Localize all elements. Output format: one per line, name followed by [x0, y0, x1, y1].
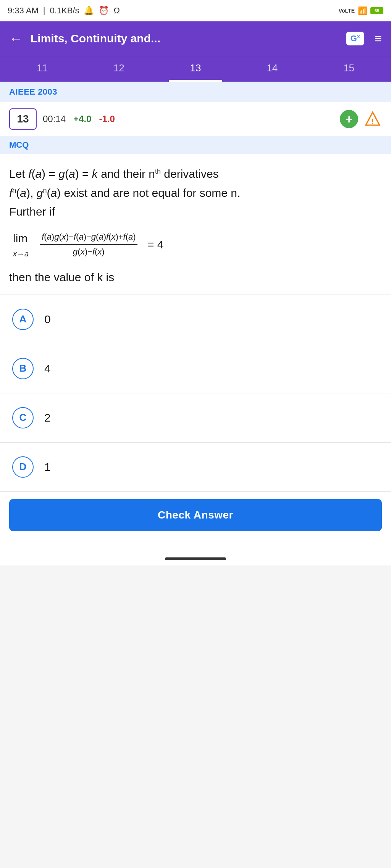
- question-type-label: MCQ: [0, 136, 391, 154]
- status-speed: 0.1KB/s: [50, 6, 79, 16]
- question-body: Let f(a) = g(a) = k and their nth deriva…: [0, 154, 391, 295]
- warning-icon: !: [364, 111, 381, 127]
- status-time: 9:33 AM: [8, 6, 39, 16]
- status-bar: 9:33 AM | 0.1KB/s 🔔 ⏰ Ω VoLTE 📶 65: [0, 0, 391, 21]
- question-actions: + !: [340, 110, 382, 128]
- check-answer-button[interactable]: Check Answer: [9, 499, 382, 531]
- score-negative: -1.0: [99, 114, 115, 124]
- app-bar: ← Limits, Continuity and... Gx ≡: [0, 21, 391, 56]
- tab-15[interactable]: 15: [310, 56, 387, 82]
- status-bar-right: VoLTE 📶 65: [339, 6, 383, 15]
- signal-bars: 📶: [358, 6, 367, 15]
- menu-button[interactable]: ≡: [375, 32, 382, 46]
- main-content: AIEEE 2003 13 00:14 +4.0 -1.0 + ! MCQ: [0, 82, 391, 543]
- home-indicator: [165, 557, 226, 560]
- notif-icon-3: Ω: [113, 6, 120, 16]
- question-text-line2: fn(a), gn(a) exist and are not equal for…: [9, 184, 382, 203]
- option-circle-b: B: [12, 358, 34, 379]
- year-tag: AIEEE 2003: [0, 82, 391, 102]
- add-button[interactable]: +: [340, 110, 358, 128]
- tab-11[interactable]: 11: [4, 56, 81, 82]
- option-row-c[interactable]: C 2: [0, 393, 391, 443]
- question-text-line3: Further if: [9, 202, 382, 221]
- add-icon: +: [346, 112, 353, 126]
- option-value-c: 2: [44, 411, 51, 424]
- battery-icon: 65: [370, 7, 383, 14]
- notif-icon-2: ⏰: [99, 6, 109, 16]
- option-value-a: 0: [44, 313, 51, 326]
- tab-13[interactable]: 13: [157, 56, 234, 82]
- option-circle-d: D: [12, 456, 34, 478]
- question-header: 13 00:14 +4.0 -1.0 + !: [0, 102, 391, 136]
- page-tabs: 11 12 13 14 15: [0, 56, 391, 82]
- option-row-d[interactable]: D 1: [0, 443, 391, 492]
- option-circle-c: C: [12, 407, 34, 428]
- notif-icon-1: 🔔: [84, 6, 94, 16]
- question-meta: 00:14 +4.0 -1.0: [43, 114, 334, 124]
- options-container: A 0 B 4 C 2 D 1: [0, 295, 391, 492]
- back-button[interactable]: ←: [9, 31, 23, 47]
- carrier-icon: VoLTE: [339, 8, 355, 14]
- option-row-a[interactable]: A 0: [0, 295, 391, 344]
- question-text-line1: Let f(a) = g(a) = k and their nth deriva…: [9, 164, 382, 184]
- tab-12[interactable]: 12: [81, 56, 157, 82]
- question-number-box: 13: [9, 108, 37, 130]
- option-row-b[interactable]: B 4: [0, 344, 391, 393]
- option-value-b: 4: [44, 362, 51, 375]
- translate-icon: Gx: [351, 33, 360, 43]
- option-value-d: 1: [44, 461, 51, 473]
- equals-sign: = 4: [144, 235, 164, 254]
- check-answer-bar: Check Answer: [0, 492, 391, 543]
- limit-expression: lim x→a f(a)g(x)−f(a)−g(a)f(x)+f(a) g(x)…: [13, 229, 382, 261]
- question-conclusion: then the value of k is: [9, 268, 382, 287]
- page-title: Limits, Continuity and...: [31, 32, 339, 45]
- warning-button[interactable]: !: [364, 110, 382, 128]
- home-bar: [0, 543, 391, 565]
- question-time: 00:14: [43, 114, 66, 124]
- status-network: |: [43, 6, 45, 16]
- lim-symbol: lim x→a: [13, 229, 29, 261]
- status-bar-left: 9:33 AM | 0.1KB/s 🔔 ⏰ Ω: [8, 6, 120, 16]
- translate-button[interactable]: Gx: [346, 32, 364, 45]
- svg-text:!: !: [372, 118, 374, 125]
- tab-14[interactable]: 14: [234, 56, 310, 82]
- score-positive: +4.0: [73, 114, 91, 124]
- option-circle-a: A: [12, 309, 34, 330]
- limit-fraction: f(a)g(x)−f(a)−g(a)f(x)+f(a) g(x)−f(x): [40, 230, 137, 259]
